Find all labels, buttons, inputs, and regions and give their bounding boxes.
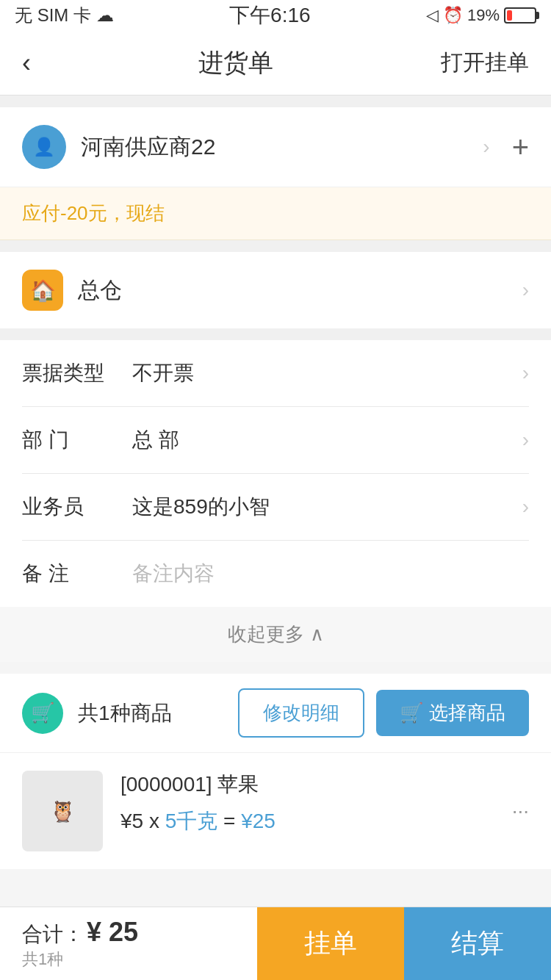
nav-bar: ‹ 进货单 打开挂单: [0, 31, 551, 96]
product-count: 共1种商品: [78, 699, 238, 727]
multiplier-icon: x: [149, 810, 165, 832]
chevron-right-icon: ›: [522, 361, 529, 385]
chevron-right-icon: ›: [522, 278, 529, 302]
checkout-button[interactable]: 结算: [404, 907, 551, 980]
battery-icon: [504, 7, 536, 24]
unit-price: ¥5: [120, 810, 143, 832]
supplier-name: 河南供应商22: [81, 132, 483, 162]
equals-sign: =: [223, 810, 241, 832]
chevron-right-icon: ›: [522, 428, 529, 452]
status-right: ◁ ⏰ 19%: [426, 6, 536, 25]
remark-input[interactable]: 备注内容: [132, 560, 529, 588]
invoice-type-value: 不开票: [132, 359, 522, 387]
salesperson-row[interactable]: 业务员 这是859的小智 ›: [0, 474, 551, 540]
select-product-button[interactable]: 🛒 选择商品: [376, 690, 529, 736]
chevron-right-icon: ›: [522, 495, 529, 519]
product-info: [0000001] 苹果 ¥5 x 5千克 = ¥25: [120, 771, 512, 835]
sim-status: 无 SIM 卡 ☁: [15, 4, 114, 27]
notice-bar: 应付-20元，现结: [0, 187, 551, 240]
warehouse-name: 总仓: [78, 275, 522, 306]
product-logo: 🦉: [50, 799, 76, 824]
divider-2: [0, 240, 551, 252]
collapse-bar[interactable]: 收起更多 ∧: [0, 607, 551, 662]
collapse-icon: ∧: [310, 623, 324, 646]
invoice-type-label: 票据类型: [22, 359, 132, 387]
product-title: 苹果: [217, 773, 259, 796]
product-header: 🛒 共1种商品 修改明细 🛒 选择商品: [0, 674, 551, 753]
more-options-button[interactable]: ···: [512, 799, 529, 823]
status-left: 无 SIM 卡 ☁: [15, 4, 114, 27]
select-product-label: 选择商品: [429, 700, 505, 726]
total-row: 合计： ¥ 25: [22, 917, 235, 948]
add-supplier-button[interactable]: +: [512, 131, 529, 164]
department-row[interactable]: 部 门 总 部 ›: [0, 407, 551, 473]
product-name: [0000001] 苹果: [120, 771, 512, 799]
salesperson-label: 业务员: [22, 493, 132, 521]
warehouse-section[interactable]: 🏠 总仓 ›: [0, 252, 551, 328]
remark-label: 备 注: [22, 560, 132, 588]
product-price: ¥5 x 5千克 = ¥25: [120, 807, 512, 835]
status-time: 下午6:16: [229, 1, 311, 29]
product-section: 🛒 共1种商品 修改明细 🛒 选择商品 🦉 [0000001] 苹果 ¥5 x …: [0, 674, 551, 869]
location-icon: ◁: [426, 6, 439, 25]
remark-row[interactable]: 备 注 备注内容: [0, 541, 551, 607]
total-label: 合计：: [22, 920, 84, 948]
page-title: 进货单: [198, 46, 273, 80]
warehouse-icon: 🏠: [22, 270, 63, 311]
department-value: 总 部: [132, 426, 522, 454]
product-code: [0000001]: [120, 773, 212, 796]
product-thumbnail: 🦉: [22, 771, 103, 851]
battery-percent: 19%: [467, 6, 500, 25]
divider-3: [0, 328, 551, 340]
avatar-icon: 👤: [33, 137, 55, 157]
hang-button[interactable]: 挂单: [257, 907, 404, 980]
total-count: 共1种: [22, 948, 235, 970]
subtotal: ¥25: [241, 810, 276, 832]
collapse-text: 收起更多: [228, 621, 304, 647]
edit-detail-button[interactable]: 修改明细: [238, 688, 364, 738]
supplier-section: 👤 河南供应商22 › + 应付-20元，现结: [0, 107, 551, 240]
quantity: 5千克: [165, 810, 218, 832]
total-amount: ¥ 25: [87, 917, 138, 948]
bottom-bar: 合计： ¥ 25 共1种 挂单 结算: [0, 907, 551, 980]
total-section: 合计： ¥ 25 共1种: [0, 907, 257, 980]
chevron-right-icon: ›: [483, 135, 489, 159]
open-hang-button[interactable]: 打开挂单: [441, 48, 529, 78]
alarm-icon: ⏰: [443, 6, 463, 25]
avatar: 👤: [22, 125, 66, 169]
top-divider: [0, 96, 551, 107]
product-item: 🦉 [0000001] 苹果 ¥5 x 5千克 = ¥25 ···: [0, 753, 551, 869]
warehouse-row[interactable]: 🏠 总仓 ›: [0, 252, 551, 328]
form-section: 票据类型 不开票 › 部 门 总 部 › 业务员 这是859的小智 › 备 注 …: [0, 340, 551, 607]
supplier-row[interactable]: 👤 河南供应商22 › +: [0, 107, 551, 187]
product-section-icon: 🛒: [22, 693, 63, 734]
cart-icon: 🛒: [400, 702, 423, 724]
home-icon: 🏠: [30, 278, 56, 303]
salesperson-value: 这是859的小智: [132, 493, 522, 521]
back-button[interactable]: ‹: [22, 48, 31, 79]
department-label: 部 门: [22, 426, 132, 454]
status-bar: 无 SIM 卡 ☁ 下午6:16 ◁ ⏰ 19%: [0, 0, 551, 31]
shopping-icon: 🛒: [31, 702, 54, 724]
invoice-type-row[interactable]: 票据类型 不开票 ›: [0, 340, 551, 406]
